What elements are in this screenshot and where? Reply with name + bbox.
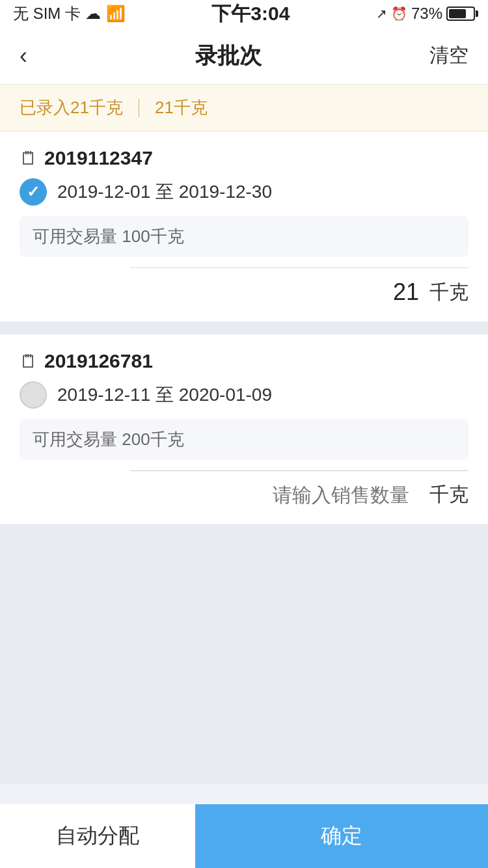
checkmark-icon: ✓ [27, 183, 40, 201]
confirm-button[interactable]: 确定 [195, 804, 488, 868]
batch-1-qty-row: 21 千克 [0, 268, 488, 321]
bottom-bar: 自动分配 确定 [0, 804, 488, 868]
auto-distribute-button[interactable]: 自动分配 [0, 804, 195, 868]
alarm-icon: ⏰ [391, 6, 407, 21]
status-bar: 无 SIM 卡 ☁ 📶 下午3:04 ↗ ⏰ 73% [0, 0, 488, 27]
recorded-text: 已录入21千克 [20, 96, 123, 119]
section-separator-2 [0, 524, 488, 784]
page-title: 录批次 [195, 41, 262, 71]
wifi-icon: 📶 [106, 5, 126, 23]
batch-1-unit: 千克 [429, 279, 468, 306]
battery-percent: 73% [411, 5, 442, 23]
batch-2-input-row[interactable]: 千克 [0, 471, 488, 524]
batch-2-date: 2019-12-11 至 2020-01-09 [57, 383, 272, 407]
status-left: 无 SIM 卡 ☁ 📶 [13, 3, 126, 24]
total-text: 21千克 [155, 96, 208, 119]
banner-divider [139, 99, 139, 117]
batch-1-date-row[interactable]: ✓ 2019-12-01 至 2019-12-30 [0, 174, 488, 210]
batch-1-id: 2019112347 [44, 147, 153, 169]
batch-2-icon: 🗒 [20, 351, 38, 372]
batch-1-date: 2019-12-01 至 2019-12-30 [57, 180, 272, 204]
batch-1-header: 🗒 2019112347 [0, 131, 488, 174]
battery-icon [446, 7, 475, 21]
batch-2-availability: 可用交易量 200千克 [20, 419, 468, 460]
batch-2-unit: 千克 [429, 481, 468, 508]
location-icon: ↗ [376, 6, 387, 21]
batch-2-qty-input[interactable] [20, 484, 419, 506]
batch-1-availability: 可用交易量 100千克 [20, 216, 468, 257]
no-sim-text: 无 SIM 卡 ☁ [13, 3, 101, 24]
batch-2-id: 2019126781 [44, 350, 153, 372]
info-banner: 已录入21千克 21千克 [0, 85, 488, 131]
batch-1-radio[interactable]: ✓ [20, 178, 47, 206]
clear-button[interactable]: 清空 [429, 42, 468, 69]
back-button[interactable]: ‹ [20, 42, 27, 70]
nav-bar: ‹ 录批次 清空 [0, 27, 488, 85]
batch-2-header: 🗒 2019126781 [0, 334, 488, 377]
status-right: ↗ ⏰ 73% [376, 5, 475, 23]
batch-item-1: 🗒 2019112347 ✓ 2019-12-01 至 2019-12-30 可… [0, 131, 488, 321]
batch-item-2: 🗒 2019126781 2019-12-11 至 2020-01-09 可用交… [0, 334, 488, 524]
section-separator-1 [0, 321, 488, 334]
status-time: 下午3:04 [211, 1, 290, 27]
batch-2-date-row[interactable]: 2019-12-11 至 2020-01-09 [0, 377, 488, 413]
batch-1-quantity: 21 [393, 278, 419, 306]
batch-2-radio[interactable] [20, 381, 47, 409]
batch-1-icon: 🗒 [20, 148, 38, 169]
